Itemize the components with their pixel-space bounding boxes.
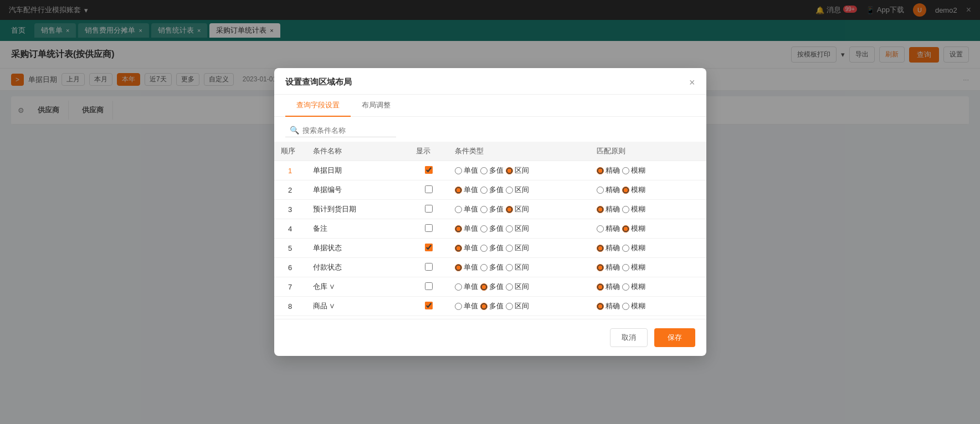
search-input[interactable]: [302, 126, 391, 131]
dialog-search-area: 🔍: [274, 117, 706, 130]
dialog-header: 设置查询区域布局 ×: [274, 68, 706, 95]
settings-dialog: 设置查询区域布局 × 查询字段设置 布局调整 🔍 顺序: [274, 68, 706, 130]
dialog-title: 设置查询区域布局: [285, 77, 352, 87]
tab-layout[interactable]: 布局调整: [351, 95, 402, 117]
tab-query-fields[interactable]: 查询字段设置: [285, 95, 351, 117]
search-icon: 🔍: [290, 126, 299, 130]
dialog-close-button[interactable]: ×: [689, 77, 695, 87]
tab-query-fields-label: 查询字段设置: [296, 101, 340, 109]
tab-layout-label: 布局调整: [362, 101, 391, 109]
dialog-tabs: 查询字段设置 布局调整: [274, 95, 706, 117]
search-input-wrap: 🔍: [285, 123, 396, 130]
modal-overlay: 设置查询区域布局 × 查询字段设置 布局调整 🔍 顺序: [0, 0, 980, 130]
